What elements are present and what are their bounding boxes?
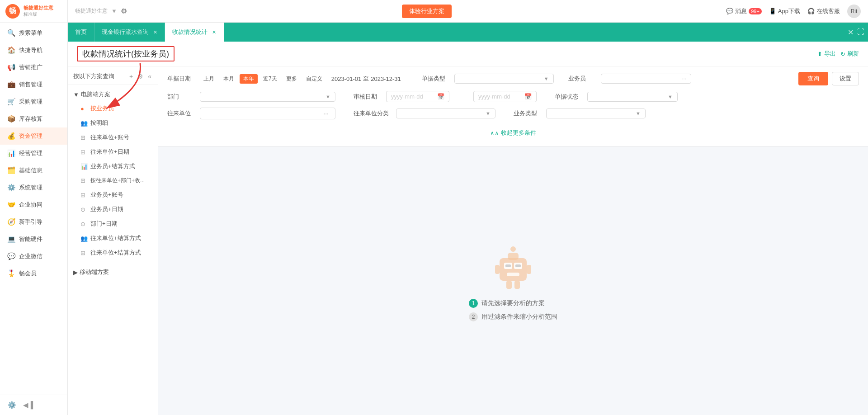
sidebar-item-sales[interactable]: 💼 销售管理 [0, 76, 67, 93]
sidebar-item-label: 快捷导航 [19, 46, 42, 54]
scheme-item-label: 往来单位+日期 [90, 148, 129, 156]
logo-badge: 标准版 [24, 11, 53, 18]
doc-type-select[interactable]: ▼ [454, 74, 554, 84]
sidebar-item-marketing[interactable]: 📢 营销推广 [0, 59, 67, 76]
scheme-item-salesperson-settlement[interactable]: 📊 业务员+结算方式 [68, 159, 158, 174]
add-scheme-button[interactable]: + [128, 72, 134, 81]
biz-type-select[interactable]: ▼ [546, 108, 646, 118]
mobile-scheme-toggle[interactable]: ▶ 移动端方案 [68, 265, 158, 279]
tab-collection-label: 收款情况统计 [172, 28, 208, 36]
dept-select[interactable]: ▼ [200, 92, 335, 102]
content-area: 按以下方案查询 + ⚙ « ▼ 电脑端方案 ● 按业务员 👥 按明细 [68, 66, 868, 415]
online-service-button[interactable]: 🎧 在线客服 [807, 7, 840, 15]
tab-collection[interactable]: 收款情况统计 ✕ [165, 23, 224, 42]
scheme-item-detail[interactable]: 👥 按明细 [68, 116, 158, 130]
user-avatar[interactable]: Rit [847, 5, 861, 18]
sidebar-item-operation[interactable]: 📊 经营管理 [0, 145, 67, 162]
sidebar-item-wechat[interactable]: 💬 企业微信 [0, 248, 67, 265]
date-tab-7days[interactable]: 近7天 [259, 74, 281, 84]
tab-bank-close[interactable]: ✕ [153, 29, 157, 35]
page-actions: ⬆ 导出 ↻ 刷新 [817, 50, 859, 58]
scheme-item-counterpart-date[interactable]: ⊞ 往来单位+日期 [68, 145, 158, 159]
salesperson-select[interactable]: ··· [601, 74, 691, 84]
tab-collection-close[interactable]: ✕ [212, 29, 216, 35]
sidebar-item-label: 企业协同 [19, 201, 42, 209]
sidebar-item-purchase[interactable]: 🛒 采购管理 [0, 93, 67, 110]
refresh-icon: ↻ [840, 51, 845, 57]
sidebar-item-hardware[interactable]: 💻 智能硬件 [0, 231, 67, 248]
collapse-label: 收起更多条件 [501, 129, 536, 137]
desktop-scheme-toggle[interactable]: ▼ 电脑端方案 [68, 88, 158, 101]
date-tab-custom[interactable]: 自定义 [302, 74, 326, 84]
active-scheme-icon: ● [80, 105, 88, 112]
counterpart-ellipsis-button[interactable]: ··· [323, 110, 329, 117]
sidebar-item-label: 采购管理 [19, 98, 42, 106]
sidebar-item-inventory[interactable]: 📦 库存核算 [0, 110, 67, 127]
tab-bank[interactable]: 现金银行流水查询 ✕ [94, 23, 165, 42]
svg-rect-6 [495, 265, 500, 274]
scheme-item-label: 部门+日期 [90, 220, 118, 228]
counterpart-select[interactable]: ··· [200, 108, 335, 119]
tab-expand-button[interactable]: ⛶ [857, 28, 864, 36]
try-industry-button[interactable]: 体验行业方案 [402, 5, 452, 18]
refresh-button[interactable]: ↻ 刷新 [840, 50, 859, 58]
step-1-num: 1 [469, 299, 478, 308]
tab-close-all-button[interactable]: ✕ [848, 28, 854, 37]
scheme-item-salesperson-account[interactable]: ⊞ 业务员+账号 [68, 188, 158, 202]
sidebar-item-label: 畅会员 [19, 269, 37, 278]
scheme-item-salesperson[interactable]: ● 按业务员 [68, 101, 158, 116]
review-to-placeholder: yyyy-mm-dd [478, 93, 524, 100]
app-download-button[interactable]: 📱 App下载 [769, 7, 800, 15]
sidebar-item-quick[interactable]: 🏠 快捷导航 [0, 42, 67, 59]
hint-steps: 1 请先选择要分析的方案 2 用过滤条件来缩小分析范围 [469, 299, 557, 321]
date-tab-last-month[interactable]: 上月 [200, 74, 218, 84]
sidebar-item-label: 营销推广 [19, 63, 42, 71]
export-button[interactable]: ⬆ 导出 [817, 50, 836, 58]
sidebar-item-vip[interactable]: 🎖️ 畅会员 [0, 265, 67, 282]
sidebar-item-basic[interactable]: 🗂️ 基础信息 [0, 162, 67, 179]
collapse-bar[interactable]: ∧∧ 收起更多条件 [167, 125, 859, 141]
sidebar-item-finance[interactable]: 💰 资金管理 [0, 127, 67, 145]
scheme-item-label: 按往来单位+部门+收... [90, 177, 145, 184]
collapse-panel-button[interactable]: « [147, 72, 152, 81]
export-icon: ⬆ [817, 51, 822, 57]
counterpart-category-select[interactable]: ▼ [396, 108, 495, 118]
sidebar-item-enterprise[interactable]: 🤝 企业协同 [0, 196, 67, 213]
biz-type-label: 业务类型 [514, 109, 539, 118]
review-date-to[interactable]: yyyy-mm-dd 📅 [473, 91, 537, 102]
doc-status-select[interactable]: ▼ [587, 92, 678, 102]
sidebar-item-guide[interactable]: 🧭 新手引导 [0, 213, 67, 231]
footer-settings-button[interactable]: ⚙️ [5, 399, 18, 411]
date-tab-this-month[interactable]: 本月 [220, 74, 238, 84]
page-title: 收款情况统计(按业务员) [77, 46, 175, 61]
enterprise-icon: 🤝 [7, 201, 15, 209]
message-button[interactable]: 💬 消息 99+ [726, 7, 762, 15]
counterpart-settle1-icon: 👥 [80, 235, 88, 242]
tab-bar: 首页 现金银行流水查询 ✕ 收款情况统计 ✕ ✕ ⛶ [68, 23, 868, 42]
review-date-from[interactable]: yyyy-mm-dd 📅 [386, 91, 449, 102]
scheme-item-label: 按业务员 [90, 104, 114, 113]
review-from-placeholder: yyyy-mm-dd [391, 93, 437, 100]
tab-home-label: 首页 [75, 28, 87, 36]
date-tab-this-year[interactable]: 本年 [240, 74, 258, 84]
tab-home[interactable]: 首页 [68, 23, 94, 42]
sidebar-item-system[interactable]: ⚙️ 系统管理 [0, 179, 67, 196]
sidebar-item-label: 资金管理 [19, 132, 42, 140]
footer-collapse-button[interactable]: ◀▐ [22, 399, 34, 411]
basic-icon: 🗂️ [7, 166, 15, 174]
hardware-icon: 💻 [7, 235, 15, 243]
scheme-item-counterpart-dept[interactable]: ⊞ 按往来单位+部门+收... [68, 174, 158, 188]
scheme-item-counterpart-settle2[interactable]: ⊞ 往来单位+结算方式 [68, 245, 158, 260]
date-tab-more[interactable]: 更多 [283, 74, 301, 84]
topbar-settings-button[interactable]: ⚙ [121, 7, 127, 15]
scheme-item-counterpart-account[interactable]: ⊞ 往来单位+账号 [68, 130, 158, 145]
scheme-item-dept-date[interactable]: ⊙ 部门+日期 [68, 217, 158, 231]
scheme-settings-button[interactable]: ⚙ [137, 72, 144, 81]
scheme-item-salesperson-date[interactable]: ⊙ 业务员+日期 [68, 202, 158, 217]
filter-settings-button[interactable]: 设置 [832, 72, 859, 85]
sidebar-item-search[interactable]: 🔍 搜索菜单 [0, 24, 67, 42]
wechat-icon: 💬 [7, 252, 15, 260]
group-label: 移动端方案 [80, 268, 109, 276]
scheme-item-counterpart-settle1[interactable]: 👥 往来单位+结算方式 [68, 231, 158, 245]
query-button[interactable]: 查询 [798, 72, 828, 85]
